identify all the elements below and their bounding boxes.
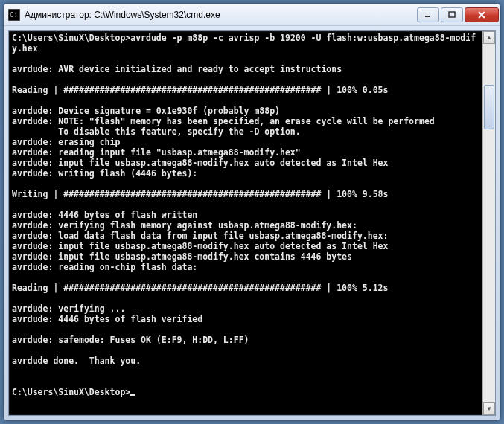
minimize-button[interactable] [417, 7, 439, 22]
output-line: avrdude: safemode: Fuses OK (E:F9, H:DD,… [12, 335, 249, 345]
console-frame: C:\Users\SinuX\Desktop>avrdude -p m88p -… [8, 30, 496, 416]
output-line: Reading | ##############################… [12, 85, 388, 95]
output-line: To disable this feature, specify the -D … [12, 126, 301, 137]
window-buttons [415, 7, 499, 22]
output-line: avrdude: 4446 bytes of flash verified [12, 314, 202, 324]
svg-text:C:: C: [10, 11, 18, 19]
svg-rect-3 [449, 12, 455, 17]
output-line: avrdude: AVR device initialized and read… [12, 64, 342, 74]
console-output[interactable]: C:\Users\SinuX\Desktop>avrdude -p m88p -… [9, 31, 482, 415]
output-line: avrdude: input file usbasp.atmega88-modi… [12, 241, 388, 251]
output-line: avrdude: input file usbasp.atmega88-modi… [12, 251, 352, 262]
output-line: avrdude: verifying flash memory against … [12, 220, 357, 231]
titlebar[interactable]: C: Администратор: C:\Windows\System32\cm… [4, 4, 500, 26]
output-line: avrdude: load data flash data from input… [12, 231, 388, 241]
output-line: avrdude: 4446 bytes of flash written [12, 210, 197, 220]
cursor [130, 394, 135, 396]
output-line: Writing | ##############################… [12, 189, 388, 199]
client-area: C:\Users\SinuX\Desktop>avrdude -p m88p -… [4, 26, 500, 420]
scroll-down-button[interactable]: ▼ [483, 402, 495, 415]
output-line: avrdude: reading on-chip flash data: [12, 262, 197, 272]
close-button[interactable] [465, 7, 499, 22]
scroll-thumb[interactable] [484, 85, 494, 129]
cmd-icon: C: [8, 9, 20, 21]
output-line: avrdude: NOTE: "flash" memory has been s… [12, 116, 435, 126]
maximize-button[interactable] [441, 7, 463, 22]
output-line: avrdude: writing flash (4446 bytes): [12, 168, 197, 179]
output-line: avrdude: reading input file "usbasp.atme… [12, 147, 301, 158]
output-line: avrdude done. Thank you. [12, 356, 141, 366]
window-title: Администратор: C:\Windows\System32\cmd.e… [25, 10, 415, 20]
cmd-window: C: Администратор: C:\Windows\System32\cm… [3, 3, 501, 421]
output-line: avrdude: verifying ... [12, 303, 125, 314]
vertical-scrollbar[interactable]: ▲ ▼ [482, 31, 495, 415]
output-line: avrdude: input file usbasp.atmega88-modi… [12, 158, 388, 168]
prompt: C:\Users\SinuX\Desktop> [12, 33, 130, 43]
output-line: avrdude: Device signature = 0x1e930f (pr… [12, 106, 280, 116]
scroll-up-button[interactable]: ▲ [483, 31, 495, 44]
scroll-track[interactable] [483, 44, 495, 402]
output-line: Reading | ##############################… [12, 283, 388, 293]
prompt: C:\Users\SinuX\Desktop> [12, 387, 130, 397]
output-line: avrdude: erasing chip [12, 137, 120, 147]
